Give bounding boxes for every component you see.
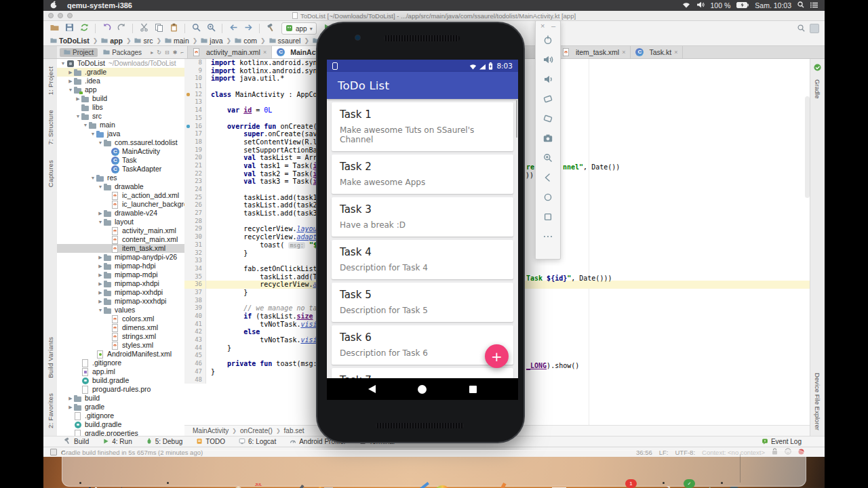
tree-item-todolist[interactable]: ▼ToDoList~/Downloads/ToDoList [57,59,184,68]
editor-breadcrumb-0[interactable]: MainActivity [193,427,229,434]
tool-button-7-structure[interactable]: 7: Structure [47,110,54,145]
chevron-down-icon[interactable]: ▼ [90,129,96,138]
add-task-fab[interactable]: + [485,344,509,368]
tree-item-app[interactable]: ▼app [57,85,184,94]
breadcrumb-item-main[interactable]: main [163,37,191,45]
breadcrumb-item-ssaurel[interactable]: ssaurel [268,37,302,45]
save-button[interactable] [62,22,76,35]
dock-item-books[interactable] [592,481,618,484]
tree-item-libs[interactable]: libs [57,103,184,112]
tree-item-res[interactable]: ▼res [57,174,184,182]
chevron-down-icon[interactable]: ▼ [97,138,104,147]
undo-button[interactable] [100,22,113,35]
tree-item-item-task-xml[interactable]: item_task.xml [57,244,184,253]
volume-icon[interactable] [696,1,705,9]
tree-item-mipmap-xhdpi[interactable]: ▶mipmap-xhdpi [57,279,184,288]
tool-window-button-todo[interactable]: TODO [196,438,225,446]
chevron-down-icon[interactable]: ▼ [60,59,66,68]
user-avatar[interactable] [810,24,819,33]
dock-item-messages[interactable] [330,481,355,484]
dock-item-contacts[interactable] [213,481,239,484]
back-button[interactable] [226,22,240,35]
tree-item-build[interactable]: ▶build [57,94,184,103]
project-panel-tab-packages[interactable]: Packages [99,48,146,57]
copy-button[interactable] [152,22,165,35]
collapse-icon[interactable]: ⊟ [165,49,170,56]
tool-window-button-build[interactable]: Build [64,437,89,446]
chevron-right-icon[interactable]: ▶ [97,262,104,270]
tree-item-mipmap-anydpi-v26[interactable]: ▶mipmap-anydpi-v26 [57,253,184,262]
dock-item-notes[interactable] [359,481,384,484]
tree-item--gitignore[interactable]: .gitignore [57,411,184,420]
task-card-3[interactable]: Task 3Have a break :D [332,197,513,237]
menubar-clock[interactable]: Sam. 10:03 [755,1,791,9]
run-configuration-select[interactable]: app▾ [281,22,317,35]
window-titlebar[interactable]: ToDoList [~/Downloads/ToDoList] - .../ap… [43,11,825,21]
close-tab-icon[interactable]: × [263,49,267,56]
dock-item-terminal[interactable] [650,481,676,484]
dock-item-keynote[interactable] [534,481,559,484]
emulator-overview-button[interactable] [540,210,556,226]
breadcrumb-item-src[interactable]: src [133,37,154,45]
sync-button[interactable] [77,22,91,35]
chevron-down-icon[interactable]: ▼ [82,121,89,129]
editor-tab-activity_main.xml[interactable]: activity_main.xml× [188,46,272,58]
editor-breadcrumb-1[interactable]: onCreate() [240,427,273,434]
dock-item-maps[interactable] [388,481,414,484]
tree-item-drawable[interactable]: ▼drawable [57,182,184,191]
emulator-rotate-left-button[interactable] [540,92,556,108]
tool-button-2-favorites[interactable]: 2: Favorites [47,393,54,428]
tree-item-build-gradle[interactable]: build.gradle [57,420,184,429]
dock-item-window[interactable] [746,481,772,484]
chevron-right-icon[interactable]: ▶ [97,297,104,306]
tree-item-strings-xml[interactable]: strings.xml [57,332,184,341]
tree-item-activity-main-xml[interactable]: activity_main.xml [57,226,184,235]
cut-button[interactable] [137,22,151,35]
dock-item-reminders[interactable] [300,481,326,484]
minimize-icon[interactable]: – [551,22,555,30]
tree-item-taskadapter[interactable]: TaskAdapter [57,165,184,174]
tree-item--gitignore[interactable]: .gitignore [57,359,184,367]
battery-icon[interactable] [736,1,749,9]
tool-button-gradle[interactable]: Gradle [814,79,821,99]
chevron-right-icon[interactable]: ▶ [67,68,74,77]
tool-button-1-project[interactable]: 1: Project [47,66,54,95]
apple-menu-icon[interactable] [50,1,58,10]
chevron-down-icon[interactable]: ▼ [90,174,96,182]
tree-item-mainactivity[interactable]: MainActivity [57,147,184,156]
search-everywhere-icon[interactable] [797,22,805,35]
tree-item-mipmap-xxhdpi[interactable]: ▶mipmap-xxhdpi [57,288,184,297]
dock-item-safari[interactable] [125,481,151,484]
emulator-zoom-button[interactable] [540,151,556,167]
replace-button[interactable] [204,22,218,35]
tool-button-device-file-explorer[interactable]: Device File Explorer [814,373,821,430]
chevron-down-icon[interactable]: ▼ [97,182,104,191]
settings-gear-icon[interactable]: ✱ [173,49,178,56]
breadcrumb-item-ToDoList[interactable]: ToDoList [49,37,91,45]
forward-button[interactable] [241,22,255,35]
tree-item-styles-xml[interactable]: styles.xml [57,341,184,350]
chevron-down-icon[interactable]: ▼ [97,218,104,226]
tree-item-ic-launcher-backgrou[interactable]: ic_launcher_backgrou [57,200,184,209]
chevron-down-icon[interactable]: ▼ [75,112,81,121]
tree-item-mipmap-hdpi[interactable]: ▶mipmap-hdpi [57,262,184,270]
dock-item-emulator[interactable] [709,481,734,484]
dock-item-itunes[interactable] [563,481,589,484]
tree-item-dimens-xml[interactable]: dimens.xml [57,323,184,332]
emulator-volume-down-button[interactable] [540,73,556,89]
tree-item-build[interactable]: ▶build [57,394,184,403]
tree-item-main[interactable]: ▼main [57,121,184,129]
tree-item-gradle[interactable]: ▶gradle [57,403,184,411]
sync-icon[interactable]: ↻ [157,49,161,56]
emulator-volume-up-button[interactable] [540,53,556,69]
tree-item-task[interactable]: Task [57,156,184,165]
emulator-power-button[interactable] [540,33,556,49]
paste-button[interactable] [167,22,180,35]
emulator-rotate-right-button[interactable] [540,112,556,128]
chevron-down-icon[interactable]: ▼ [67,85,74,94]
control-list-icon[interactable] [810,1,818,9]
hide-icon[interactable]: ⌐ [180,49,184,56]
tree-item-build-gradle[interactable]: build.gradle [57,376,184,385]
dock-item-numbers[interactable] [505,481,530,484]
tool-window-button-6-logcat[interactable]: 6: Logcat [239,438,276,446]
